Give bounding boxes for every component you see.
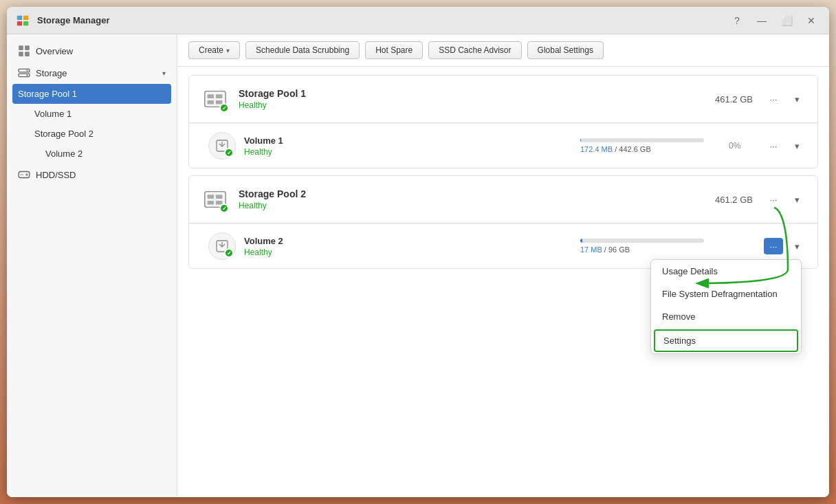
vol2-status: Healthy [244,248,580,257]
pool1-status-dot [219,103,229,113]
vol2-expand-button[interactable]: ▾ [787,238,806,254]
svg-rect-3 [23,21,28,25]
vol1-usage: 172.4 MB / 442.6 GB [580,138,718,153]
svg-point-10 [26,70,28,72]
pool1-sidebar-label: Storage Pool 1 [18,89,77,99]
global-settings-button[interactable]: Global Settings [527,41,604,59]
schedule-scrubbing-button[interactable]: Schedule Data Scrubbing [245,41,360,59]
overview-icon [18,45,30,57]
vol2-status-dot [224,248,234,258]
pool2-more-button[interactable]: ··· [764,191,783,208]
svg-rect-16 [208,94,214,98]
svg-rect-0 [17,15,22,19]
svg-rect-7 [25,52,30,56]
app-icon [15,12,32,29]
vol2-usage-bar-wrap [580,239,704,243]
menu-remove[interactable]: Remove [651,305,801,328]
vol1-status-dot [224,148,234,157]
pool1-expand-button[interactable]: ▾ [787,91,806,107]
pool1-row: Storage Pool 1 Healthy 461.2 GB ··· ▾ [188,75,818,168]
window-controls: ? — ⬜ ✕ [727,13,821,28]
pool2-status: Healthy [239,201,715,210]
vol1-icon-wrap [208,132,236,160]
toolbar: Create ▾ Schedule Data Scrubbing Hot Spa… [177,34,829,67]
vol1-sidebar-label: Volume 1 [34,109,72,119]
vol2-name: Volume 2 [244,236,580,246]
storage-section-arrow: ▾ [162,69,166,77]
sidebar-item-pool2[interactable]: Storage Pool 2 [7,124,177,144]
vol1-more-button[interactable]: ··· [764,138,783,154]
sidebar: Overview Storage ▾ Storage Pool 1 [7,34,177,497]
maximize-button[interactable]: ⬜ [777,13,796,28]
vol1-name: Volume 1 [244,135,580,146]
vol1-expand-button[interactable]: ▾ [787,138,806,154]
app-title: Storage Manager [37,15,727,25]
pool2-size: 461.2 GB [715,195,753,205]
app-window: Storage Manager ? — ⬜ ✕ Overview [7,7,829,497]
vol1-status: Healthy [244,147,580,157]
ssd-cache-button[interactable]: SSD Cache Advisor [428,41,521,59]
hot-spare-button[interactable]: Hot Spare [365,41,423,59]
minimize-button[interactable]: — [752,13,771,28]
vol1-usage-text: 172.4 MB / 442.6 GB [580,145,651,153]
pool1-status: Healthy [239,100,715,110]
overview-label: Overview [36,46,73,56]
sidebar-section-storage[interactable]: Storage ▾ [7,62,177,84]
vol1-info: Volume 1 Healthy [244,135,580,157]
svg-rect-6 [19,52,23,56]
sidebar-item-hdd-ssd[interactable]: HDD/SSD [7,164,177,186]
svg-rect-25 [208,201,214,205]
svg-rect-2 [17,21,22,25]
pool2-info: Storage Pool 2 Healthy [239,188,715,210]
storage-section-icon [18,67,30,79]
vol1-usage-bar-wrap [580,138,704,142]
pool1-size: 461.2 GB [715,94,753,105]
vol1-percent: 0% [729,141,753,151]
vol2-info: Volume 2 Healthy [244,236,580,257]
menu-settings[interactable]: Settings [654,329,798,352]
pool1-info: Storage Pool 1 Healthy [239,88,715,110]
svg-rect-4 [19,45,23,50]
menu-usage-details[interactable]: Usage Details [651,260,801,283]
vol1-row: Volume 1 Healthy 172.4 MB / 442.6 GB [189,123,817,168]
titlebar: Storage Manager ? — ⬜ ✕ [7,7,829,34]
svg-rect-1 [23,15,28,19]
vol2-actions: ··· ▾ [764,238,806,254]
vol2-icon-wrap [208,232,236,260]
pool1-header: Storage Pool 1 Healthy 461.2 GB ··· ▾ [189,76,817,123]
close-button[interactable]: ✕ [802,13,821,28]
help-button[interactable]: ? [727,13,747,28]
pool2-name: Storage Pool 2 [239,188,715,199]
pool1-icon-wrap [200,84,230,114]
svg-point-13 [25,173,28,175]
menu-defrag[interactable]: File System Defragmentation [651,283,801,305]
vol2-sidebar-label: Volume 2 [45,149,82,159]
vol1-actions: ··· ▾ [764,138,806,154]
vol2-usage-bar [580,239,582,243]
storage-list: Storage Pool 1 Healthy 461.2 GB ··· ▾ [177,67,829,497]
svg-rect-24 [216,195,223,199]
sidebar-item-vol1[interactable]: Volume 1 [7,104,177,124]
pool2-header: Storage Pool 2 Healthy 461.2 GB ··· ▾ [189,176,817,223]
sidebar-item-overview[interactable]: Overview [7,40,177,62]
sidebar-item-pool1[interactable]: Storage Pool 1 [12,84,171,104]
vol1-usage-bar [580,138,581,142]
pool2-icon-wrap [200,184,230,215]
create-dropdown-arrow: ▾ [226,47,230,54]
main-layout: Overview Storage ▾ Storage Pool 1 [7,34,829,497]
svg-point-11 [26,74,28,76]
vol2-more-button[interactable]: ··· [764,238,783,254]
hdd-icon [18,168,30,181]
vol2-usage: 17 MB / 96 GB [580,239,718,254]
pool1-more-button[interactable]: ··· [764,91,783,107]
pool2-sidebar-label: Storage Pool 2 [34,129,94,139]
pool2-expand-button[interactable]: ▾ [787,191,806,208]
create-button[interactable]: Create ▾ [188,41,240,59]
context-menu: Usage Details File System Defragmentatio… [650,259,802,354]
pool1-name: Storage Pool 1 [239,88,715,99]
sidebar-item-vol2[interactable]: Volume 2 [7,144,177,164]
svg-rect-17 [216,94,223,98]
pool2-row: Storage Pool 2 Healthy 461.2 GB ··· ▾ [188,175,818,269]
svg-rect-5 [25,45,30,50]
hdd-ssd-label: HDD/SSD [36,170,76,180]
